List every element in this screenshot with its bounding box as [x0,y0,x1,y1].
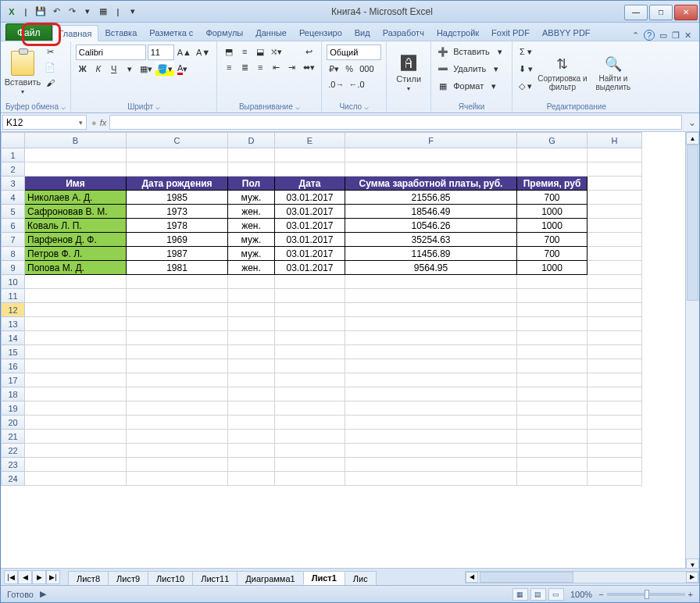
cell[interactable] [127,458,228,472]
cell[interactable] [25,289,127,303]
qat-dropdown[interactable]: ▾ [126,5,140,18]
table-header-cell[interactable]: Имя [25,177,127,191]
cell[interactable] [345,317,517,331]
qat-redo[interactable]: ↷ [65,5,79,18]
cell[interactable] [127,472,228,486]
cell[interactable] [588,289,642,303]
cell[interactable] [275,444,345,458]
ribbon-tab-главная[interactable]: Главная [52,25,99,41]
cell[interactable] [127,430,228,444]
cell[interactable] [588,317,642,331]
align-left[interactable]: ≡ [222,60,236,74]
formula-input[interactable] [109,115,682,130]
paste-button[interactable]: Вставить ▾ [5,45,40,102]
cell[interactable] [588,219,642,233]
ribbon-tab-вставка[interactable]: Вставка [98,25,143,41]
hscroll-left-icon[interactable]: ◀ [466,572,478,583]
cell[interactable] [275,275,345,289]
table-header-cell[interactable]: Премия, руб [517,177,588,191]
cell[interactable] [275,387,345,401]
cell[interactable] [228,401,275,416]
cell[interactable] [275,162,345,177]
cell[interactable] [25,317,127,331]
currency-button[interactable]: ₽▾ [327,62,341,76]
row-header[interactable]: 24 [2,472,25,486]
row-header[interactable]: 13 [2,317,25,331]
cell[interactable] [275,373,345,387]
ribbon-tab-abbyy pdf[interactable]: ABBYY PDF [536,25,597,41]
comma-button[interactable]: 000 [358,62,375,76]
cell-bonus[interactable]: 700 [517,247,588,261]
cell-sex[interactable]: жен. [228,219,275,233]
cell[interactable] [588,177,642,191]
ribbon-tab-данные[interactable]: Данные [249,25,293,41]
cell-name[interactable]: Парфенов Д. Ф. [25,233,127,247]
cell[interactable] [25,472,127,486]
cell[interactable] [127,373,228,387]
clear-button[interactable]: ◇ ▾ [517,79,534,93]
qat-more[interactable]: ▾ [80,5,95,18]
cell[interactable] [588,430,642,444]
cell-bonus[interactable]: 700 [517,191,588,205]
cell-date[interactable]: 03.01.2017 [275,219,345,233]
sheet-nav-first-icon[interactable]: |◀ [4,570,18,584]
cell[interactable] [588,458,642,472]
cells-insert[interactable]: Вставить [452,45,491,59]
cell[interactable] [588,373,642,387]
row-header[interactable]: 5 [2,205,25,219]
cell[interactable] [275,317,345,331]
cell[interactable] [25,444,127,458]
cell[interactable] [127,387,228,401]
row-header[interactable]: 23 [2,458,25,472]
cell[interactable] [25,303,127,317]
cell-dob[interactable]: 1981 [127,261,228,275]
sheet-tab[interactable]: Лист10 [148,571,193,585]
name-box-dropdown-icon[interactable]: ▾ [79,119,83,127]
cells-insert-dd[interactable]: ▾ [493,45,507,59]
cell[interactable] [275,345,345,359]
row-header[interactable]: 20 [2,416,25,430]
row-header[interactable]: 2 [2,162,25,177]
fill-button[interactable]: ⬇ ▾ [517,62,534,76]
cell[interactable] [127,148,228,162]
align-center[interactable]: ≣ [238,60,252,74]
cell[interactable] [228,148,275,162]
cell[interactable] [345,331,517,345]
cell[interactable] [345,401,517,416]
cell[interactable] [25,458,127,472]
cell[interactable] [228,331,275,345]
view-pagebreak-icon[interactable]: ▭ [548,588,564,601]
decrease-decimal[interactable]: ←.0 [347,77,366,91]
cell[interactable] [275,359,345,373]
mdi-restore[interactable]: ❐ [672,30,680,41]
cell[interactable] [588,345,642,359]
cell[interactable] [517,359,588,373]
zoom-out-icon[interactable]: − [598,590,603,599]
cell[interactable] [228,387,275,401]
col-header[interactable]: C [127,133,228,148]
cell[interactable] [588,205,642,219]
cell[interactable] [588,387,642,401]
table-header-cell[interactable]: Дата [275,177,345,191]
indent-decrease[interactable]: ⇤ [269,60,283,74]
mdi-close[interactable]: ✕ [684,30,691,41]
close-button[interactable]: ✕ [674,5,698,20]
cell-date[interactable]: 03.01.2017 [275,233,345,247]
row-header[interactable]: 7 [2,233,25,247]
cell[interactable] [25,275,127,289]
fill-color-button[interactable]: 🪣▾ [155,62,174,76]
ribbon-tab-надстройк[interactable]: Надстройк [430,25,485,41]
ribbon-tab-foxit pdf[interactable]: Foxit PDF [485,25,536,41]
cell[interactable] [127,401,228,416]
cell-name[interactable]: Сафроновав В. М. [25,205,127,219]
cell[interactable] [25,416,127,430]
cell-name[interactable]: Коваль Л. П. [25,219,127,233]
cell-sex[interactable]: муж. [228,247,275,261]
vertical-scrollbar[interactable]: ▲ ▼ [685,132,699,571]
formula-expand-icon[interactable]: ⌄ [685,113,699,131]
cells-format-icon[interactable]: ▦ [436,79,450,93]
find-select-button[interactable]: 🔍 Найти и выделить [591,45,636,102]
col-header[interactable]: E [275,133,345,148]
styles-button[interactable]: 🅰 Стили ▾ [391,45,426,102]
ribbon-tab-вид[interactable]: Вид [348,25,377,41]
